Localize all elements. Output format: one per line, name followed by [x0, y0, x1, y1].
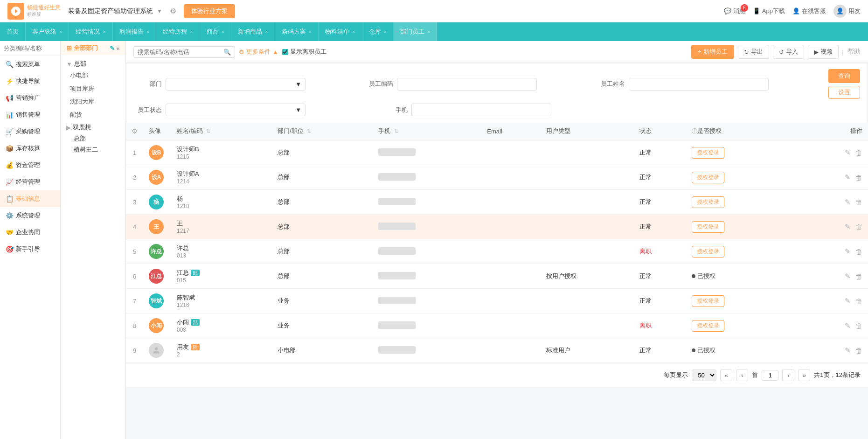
edit-icon[interactable]: ✎	[845, 173, 851, 181]
close-icon[interactable]: ×	[59, 29, 62, 35]
close-icon[interactable]: ×	[352, 29, 355, 35]
delete-icon[interactable]: 🗑	[855, 198, 862, 206]
dept-all-button[interactable]: ⊞ 全部部门 ✎ «	[61, 41, 125, 55]
close-icon[interactable]: ×	[103, 29, 105, 35]
sidebar-item-biz[interactable]: 📈 经营管理	[0, 174, 60, 190]
sidebar-item-inventory[interactable]: 📦 库存核算	[0, 140, 60, 157]
more-filter-button[interactable]: ⚙ 更多条件 ▲	[239, 48, 278, 56]
auth-button[interactable]: 授权登录	[692, 246, 724, 258]
auth-button[interactable]: 授权登录	[692, 295, 724, 307]
add-employee-button[interactable]: + 新增员工	[691, 45, 734, 59]
dept-edit-icon[interactable]: ✎	[110, 45, 115, 52]
close-icon[interactable]: ×	[427, 29, 430, 35]
dept-node-root[interactable]: ▼ 总部	[61, 58, 125, 69]
delete-icon[interactable]: 🗑	[855, 223, 862, 231]
dept-node-xiaodibu[interactable]: 小电部	[61, 69, 125, 82]
sidebar-item-quicknav[interactable]: ⚡ 快捷导航	[0, 73, 60, 90]
close-icon[interactable]: ×	[309, 29, 312, 35]
view-button[interactable]: ▶ 视频	[808, 45, 839, 59]
trial-button[interactable]: 体验行业方案	[184, 4, 235, 18]
reset-button[interactable]: 设置	[828, 86, 860, 99]
auth-button[interactable]: 授权登录	[692, 196, 724, 208]
tab-operation[interactable]: 经营情况 ×	[69, 22, 112, 41]
sidebar-item-basic[interactable]: 📋 基础信息	[0, 190, 60, 207]
close-icon[interactable]: ×	[190, 29, 193, 35]
prev-page-button[interactable]: ‹	[736, 369, 748, 381]
tab-customer[interactable]: 客户联络 ×	[26, 22, 69, 41]
edit-icon[interactable]: ✎	[845, 297, 851, 305]
delete-icon[interactable]: 🗑	[855, 297, 862, 305]
help-button[interactable]: 帮助	[847, 48, 861, 56]
delete-icon[interactable]: 🗑	[855, 248, 862, 256]
auth-button[interactable]: 授权登录	[692, 172, 724, 183]
app-download-button[interactable]: 📱 App下载	[753, 7, 785, 15]
phone-input[interactable]	[411, 104, 551, 116]
tab-home[interactable]: 首页	[0, 22, 26, 41]
next-page-button[interactable]: ›	[782, 369, 794, 381]
delete-icon[interactable]: 🗑	[855, 272, 862, 280]
edit-icon[interactable]: ✎	[845, 148, 851, 157]
edit-icon[interactable]: ✎	[845, 272, 851, 280]
sidebar-item-finance[interactable]: 💰 资金管理	[0, 157, 60, 174]
tab-warehouse[interactable]: 仓库 ×	[362, 22, 394, 41]
dept-node-shenyang[interactable]: 沈阳大库	[61, 95, 125, 108]
delete-icon[interactable]: 🗑	[855, 347, 862, 355]
sidebar-item-sales[interactable]: 📊 销售管理	[0, 106, 60, 123]
close-icon[interactable]: ×	[146, 29, 149, 35]
tab-barcode[interactable]: 条码方案 ×	[275, 22, 319, 41]
dept-node-shuangluxiang[interactable]: ▶ 双鹿想	[61, 121, 125, 132]
delete-icon[interactable]: 🗑	[855, 322, 862, 330]
online-service-button[interactable]: 👤 在线客服	[792, 7, 826, 15]
dept-select[interactable]: ▼	[166, 78, 306, 91]
close-icon[interactable]: ×	[265, 29, 268, 35]
last-page-button[interactable]: »	[798, 369, 810, 381]
delete-icon[interactable]: 🗑	[855, 149, 862, 157]
search-input[interactable]	[138, 49, 222, 56]
col-dept[interactable]: 部门/职位 ⇅	[272, 122, 373, 140]
col-settings[interactable]: ⚙	[126, 122, 143, 140]
code-input[interactable]	[397, 78, 537, 91]
dept-node-zongbu[interactable]: 总部	[61, 132, 125, 144]
edit-icon[interactable]: ✎	[845, 198, 851, 206]
user-menu-button[interactable]: 👤 用友	[833, 5, 861, 18]
tab-department[interactable]: 部门员工 ×	[394, 22, 437, 41]
help-icon[interactable]: |	[842, 49, 844, 56]
close-icon[interactable]: ×	[384, 29, 387, 35]
tab-bom[interactable]: 物料清单 ×	[319, 22, 362, 41]
col-phone[interactable]: 手机 ⇅	[373, 122, 481, 140]
edit-icon[interactable]: ✎	[845, 247, 851, 256]
sidebar-search-input[interactable]	[4, 45, 61, 52]
name-input[interactable]	[629, 78, 769, 91]
auth-button[interactable]: 授权登录	[692, 221, 724, 233]
delete-icon[interactable]: 🗑	[855, 174, 862, 181]
chevron-down-icon[interactable]: ▼	[157, 8, 162, 14]
status-select[interactable]: ▼	[166, 104, 306, 116]
first-page-button[interactable]: «	[720, 369, 732, 381]
sidebar-item-marketing[interactable]: 📢 营销推广	[0, 90, 60, 106]
sidebar-item-search[interactable]: 🔍 搜索菜单	[0, 56, 60, 73]
sidebar-item-purchase[interactable]: 🛒 采购管理	[0, 123, 60, 140]
export-button[interactable]: ↻ 导出	[738, 45, 769, 59]
sidebar-item-guide[interactable]: 🎯 新手引导	[0, 241, 60, 258]
message-button[interactable]: 💬 消息 6	[724, 7, 745, 15]
edit-icon[interactable]: ✎	[845, 321, 851, 330]
dept-collapse-icon[interactable]: «	[117, 45, 120, 52]
tab-goods[interactable]: 商品 ×	[200, 22, 231, 41]
auth-button[interactable]: 授权登录	[692, 147, 724, 159]
settings-icon[interactable]: ⚙	[170, 7, 176, 15]
edit-icon[interactable]: ✎	[845, 346, 851, 355]
sidebar-item-collab[interactable]: 🤝 企业协同	[0, 224, 60, 241]
dept-node-zhishu[interactable]: 植树王二	[61, 144, 125, 155]
col-name[interactable]: 姓名/编码 ⇅	[171, 122, 272, 140]
tab-history[interactable]: 经营历程 ×	[156, 22, 200, 41]
tab-profit[interactable]: 利润报告 ×	[113, 22, 156, 41]
dept-node-project[interactable]: 项目库房	[61, 82, 125, 95]
edit-icon[interactable]: ✎	[845, 223, 851, 231]
sidebar-item-system[interactable]: ⚙️ 系统管理	[0, 207, 60, 224]
show-resigned-checkbox[interactable]: 显示离职员工	[282, 48, 326, 56]
query-button[interactable]: 查询	[828, 69, 860, 83]
auth-button[interactable]: 授权登录	[692, 320, 724, 332]
close-icon[interactable]: ×	[222, 29, 224, 35]
page-size-select[interactable]: 50	[692, 369, 716, 381]
page-input[interactable]	[762, 370, 778, 381]
